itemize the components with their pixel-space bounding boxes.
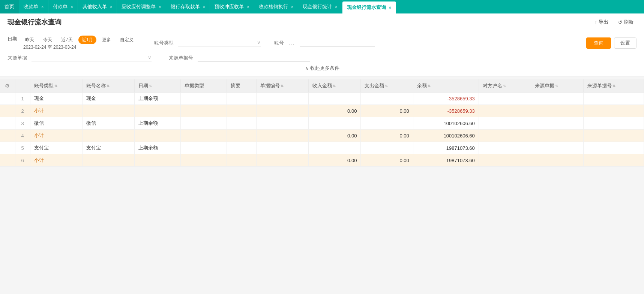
filter-section: 日期 昨天 今天 近7天 近1月 更多 自定义 2023-02-24 至 202… [0,31,644,76]
page-header: 现金银行流水查询 ↑ 导出 ↺ 刷新 [0,13,644,31]
close-icon[interactable]: × [247,4,249,9]
date-btn-1month[interactable]: 近1月 [78,36,97,44]
cell-date: 上期余额 [135,117,181,130]
nav-item-xianjinliushui[interactable]: 现金银行流水查询 × [342,1,396,13]
filter-row-1: 日期 昨天 今天 近7天 近1月 更多 自定义 2023-02-24 至 202… [8,36,636,51]
table-row: 6 小计 0.00 0.00 19871073.60 [0,154,644,167]
settings-button[interactable]: 设置 [614,37,636,49]
account-type-filter: 账号类型 ∨ [154,40,261,46]
cell-source-doc-no [583,142,644,154]
date-filter: 日期 昨天 今天 近7天 近1月 更多 自定义 2023-02-24 至 202… [8,36,137,51]
nav-item-fukuandan[interactable]: 付款单 × [48,0,78,13]
sort-icon: ⇅ [333,84,336,88]
table-col-source-doc[interactable]: 来源单据⇅ [531,79,583,93]
cell-doc-no [256,154,308,167]
cell-date [135,105,181,117]
table-col-income[interactable]: 收入金额⇅ [308,79,360,93]
table-col-source-doc-no[interactable]: 来源单据号⇅ [583,79,644,93]
table-col-doc-no[interactable]: 单据编号⇅ [256,79,308,93]
cell-summary [227,142,256,154]
close-icon[interactable]: × [71,4,73,9]
date-btn-today[interactable]: 今天 [40,36,56,44]
export-button[interactable]: ↑ 导出 [592,17,612,27]
cell-source-doc [531,93,583,105]
collapse-up-icon: ∧ [305,66,309,71]
nav-item-shoukodan[interactable]: 收款单 × [19,0,48,13]
cell-date [135,130,181,142]
close-icon[interactable]: × [335,4,337,9]
nav-item-yinhangcunqu[interactable]: 银行存取款单 × [166,0,210,13]
cell-rownum: 4 [15,130,30,142]
cell-account-type: 小计 [30,130,82,142]
date-btn-more[interactable]: 更多 [99,36,114,44]
close-icon[interactable]: × [389,5,391,10]
cell-account-type: 小计 [30,154,82,167]
cell-summary [227,154,256,167]
cell-rownum: 1 [15,93,30,105]
table-col-date[interactable]: 日期⇅ [135,79,181,93]
cell-doc-no [256,117,308,130]
nav-item-yushouchongying[interactable]: 预收冲应收单 × [210,0,254,13]
cell-balance: 19871073.60 [413,142,479,154]
table-col-counterparty[interactable]: 对方户名⇅ [479,79,531,93]
cell-date: 上期余额 [135,142,181,154]
cell-expense: 0.00 [361,154,413,167]
sort-icon: ⇅ [149,84,152,88]
table-col-balance[interactable]: 余额⇅ [413,79,479,93]
date-btn-7days[interactable]: 近7天 [58,36,76,44]
table-header-row: ⚙ 账号类型⇅ 账号名称⇅ 日期⇅ 单据类型 摘要 单据编号⇅ 收入金 [0,79,644,93]
nav-item-yingshouyingfu[interactable]: 应收应付调整单 × [117,0,166,13]
source-doc-select[interactable]: ∨ [32,55,152,61]
collapse-bar[interactable]: ∧ 收起更多条件 [8,63,636,72]
account-type-select[interactable]: ∨ [178,40,261,46]
sort-icon: ⇅ [281,84,284,88]
sort-icon: ⇅ [428,84,431,88]
nav-item-home[interactable]: 首页 [0,0,19,13]
gear-icon[interactable]: ⚙ [5,83,10,89]
close-icon[interactable]: × [203,4,205,9]
source-doc-no-label: 来源单据号 [169,55,193,61]
cell-balance: 100102606.60 [413,130,479,142]
table-col-expense[interactable]: 支出金额⇅ [361,79,413,93]
date-btn-yesterday[interactable]: 昨天 [22,36,38,44]
date-label: 日期 [8,36,17,42]
query-button[interactable]: 查询 [586,37,611,49]
cell-doc-type [180,154,227,167]
nav-item-qitashouruan[interactable]: 其他收入单 × [78,0,117,13]
nav-item-xianjinyinhang[interactable]: 现金银行统计 × [298,0,342,13]
date-btn-custom[interactable]: 自定义 [117,36,137,44]
cell-source-doc-no [583,105,644,117]
source-doc-no-input[interactable] [198,54,310,62]
account-input[interactable] [300,39,375,47]
close-icon[interactable]: × [110,4,112,9]
table-col-account-name[interactable]: 账号名称⇅ [82,79,134,93]
cell-rownum: 3 [15,117,30,130]
sort-icon: ⇅ [107,84,110,88]
cell-source-doc [531,117,583,130]
cell-settings [0,105,15,117]
table-col-account-type[interactable]: 账号类型⇅ [30,79,82,93]
refresh-icon: ↺ [618,19,622,25]
source-doc-label: 来源单据 [8,55,27,61]
cell-doc-type [180,117,227,130]
table-col-rownum [15,79,30,93]
cell-account-name [82,154,134,167]
refresh-button[interactable]: ↺ 刷新 [615,17,636,27]
cell-doc-type [180,105,227,117]
close-icon[interactable]: × [291,4,293,9]
source-doc-filter: 来源单据 ∨ [8,55,152,61]
date-range-display: 2023-02-24 至 2023-03-24 [23,44,137,51]
cell-account-type: 支付宝 [30,142,82,154]
sort-icon: ⇅ [555,84,558,88]
cell-doc-type [180,130,227,142]
cell-source-doc-no [583,130,644,142]
nav-item-shoukuanhexiao[interactable]: 收款核销执行 × [254,0,298,13]
cell-doc-type [180,142,227,154]
cell-expense [361,142,413,154]
cell-rownum: 5 [15,142,30,154]
sort-icon: ⇅ [54,84,57,88]
cell-expense: 0.00 [361,105,413,117]
close-icon[interactable]: × [159,4,161,9]
chevron-down-icon: ∨ [148,55,152,60]
close-icon[interactable]: × [41,4,44,9]
